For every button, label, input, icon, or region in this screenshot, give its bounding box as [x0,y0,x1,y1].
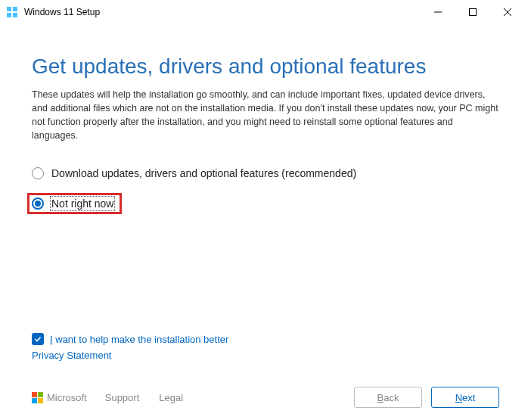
checkbox-icon [32,333,44,345]
next-button[interactable]: Next [431,387,499,408]
svg-rect-1 [13,7,17,11]
svg-rect-3 [13,13,17,17]
footer: I want to help make the installation bet… [0,333,531,420]
window-title: Windows 11 Setup [24,7,100,17]
svg-rect-0 [7,7,11,11]
page-heading: Get updates, drivers and optional featur… [32,54,499,79]
radio-group: Download updates, drivers and optional f… [32,167,499,214]
privacy-statement-link[interactable]: Privacy Statement [32,350,499,361]
radio-icon [32,167,44,179]
help-label: I want to help make the installation bet… [50,334,228,345]
help-checkbox-row[interactable]: I want to help make the installation bet… [32,333,499,345]
bottom-row: Microsoft Support Legal Back Next [32,378,499,408]
highlight-annotation: Not right now [27,193,122,214]
radio-label: Download updates, drivers and optional f… [51,167,356,179]
page-subtext: These updates will help the installation… [32,88,499,143]
app-icon [6,6,18,18]
legal-link[interactable]: Legal [159,392,183,403]
svg-rect-5 [470,8,477,15]
radio-label: Not right now [51,198,113,210]
titlebar: Windows 11 Setup [0,0,531,24]
support-link[interactable]: Support [105,392,140,403]
radio-download-updates[interactable]: Download updates, drivers and optional f… [32,167,499,179]
svg-rect-2 [7,13,11,17]
radio-not-right-now[interactable]: Not right now [32,198,113,210]
maximize-button[interactable] [455,0,490,24]
close-button[interactable] [490,0,525,24]
minimize-button[interactable] [421,0,455,24]
nav-buttons: Back Next [354,387,499,408]
main-content: Get updates, drivers and optional featur… [0,24,531,214]
brand-text: Microsoft [47,392,87,403]
window-controls [421,0,525,24]
back-button[interactable]: Back [354,387,422,408]
microsoft-logo-icon [32,392,43,403]
radio-icon [32,198,44,210]
